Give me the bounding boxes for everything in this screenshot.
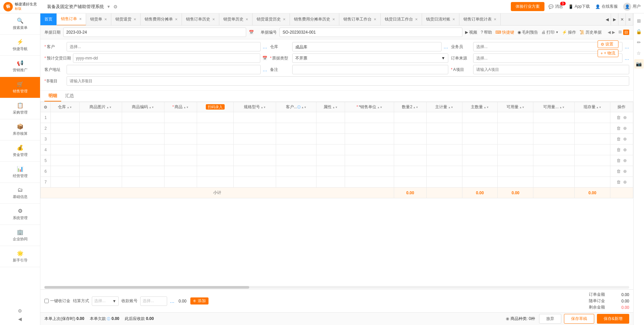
row-qty2-4[interactable] [394,145,426,155]
row-available-1[interactable] [498,112,533,123]
customer-address-input[interactable] [67,65,261,74]
th-warehouse[interactable]: 仓库▲▼ [51,102,80,112]
warehouse-expand[interactable]: … [444,44,448,49]
row-copy-3[interactable]: ⊕ [623,136,627,141]
rp-edit-icon[interactable]: ✏ [634,38,644,47]
tab-close-sales-order-hist[interactable]: ✕ [212,17,215,21]
row-copy-5[interactable]: ⊕ [623,158,627,163]
row-qty2-6[interactable] [394,166,426,177]
row-available2-1[interactable] [533,112,575,123]
th-stock[interactable]: 现存量▲▼ [575,102,610,112]
user-menu[interactable]: 👤 用户 [623,3,641,11]
row-warehouse-4[interactable] [51,145,80,155]
row-attribute-7[interactable] [316,177,345,188]
row-main-qty-5[interactable] [462,155,498,166]
row-product-code-2[interactable] [122,123,164,134]
one-click-checkbox-wrap[interactable]: 一键收订金 [44,298,70,304]
row-spec-5[interactable] [234,155,276,166]
row-customer-attr-3[interactable] [276,134,316,145]
calendar-icon[interactable]: 📅 [249,30,254,35]
row-spec-1[interactable] [234,112,276,123]
delivery-calendar-icon[interactable]: 📅 [262,56,267,60]
row-product-img-1[interactable] [79,112,122,123]
row-delete-7[interactable]: 🗑 [616,179,621,185]
nav-prev-icon[interactable]: ◀ [608,30,611,35]
tab-sales-return-hist[interactable]: 销货单历史✕ [219,13,253,26]
tab-close-sales-fee-hist[interactable]: ✕ [332,17,335,21]
sidebar-item-system[interactable]: ⚙ 系统管理 [0,204,40,225]
row-attribute-5[interactable] [316,155,345,166]
row-main-unit-3[interactable] [426,134,462,145]
row-copy-4[interactable]: ⊕ [623,147,627,152]
tab-sales-refund[interactable]: 销货退货✕ [111,13,141,26]
nav-next-icon[interactable]: ▶ [612,30,615,35]
row-available2-7[interactable] [533,177,575,188]
row-available-6[interactable] [498,166,533,177]
address-expand[interactable]: … [263,67,267,72]
row-delete-4[interactable]: 🗑 [616,147,621,152]
tab-next-btn[interactable]: ▶ [611,13,618,26]
row-qty2-7[interactable] [394,177,426,188]
th-customer-attr[interactable]: 客户...ⓘ▲▼ [276,102,316,112]
row-attribute-6[interactable] [316,166,345,177]
discard-btn[interactable]: 放弃 [539,314,561,324]
tab-sales-refund-hist[interactable]: 销货退货历史✕ [253,13,290,26]
tab-sales-stats[interactable]: 销售订单统计表✕ [459,13,501,26]
bill-no-field[interactable]: SO-20230324-001 [279,28,462,37]
tab-sales-workbench[interactable]: 销售订单工作台✕ [339,13,381,26]
tab-sales-order[interactable]: 销售订单✕ [57,13,86,26]
row-main-qty-4[interactable] [462,145,498,155]
row-product-img-7[interactable] [79,177,122,188]
row-product-1[interactable] [164,112,197,123]
staff-expand[interactable]: … [624,44,629,49]
row-available-3[interactable] [498,134,533,145]
row-product-code-3[interactable] [122,134,164,145]
row-warehouse-5[interactable] [51,155,80,166]
row-attribute-2[interactable] [316,123,345,134]
system-dropdown-icon[interactable]: ▼ [107,4,111,9]
row-available-2[interactable] [498,123,533,134]
project-a-input[interactable] [473,65,629,74]
row-main-unit-2[interactable] [426,123,462,134]
th-scan[interactable]: 扫码录入 [197,102,234,112]
row-delete-6[interactable]: 🗑 [616,169,621,174]
row-product-code-6[interactable] [122,166,164,177]
row-product-code-1[interactable] [122,112,164,123]
row-available-4[interactable] [498,145,533,155]
row-product-img-4[interactable] [79,145,122,155]
sidebar-settings-icon[interactable]: ⚙ [18,308,22,314]
sidebar-item-search[interactable]: 🔍 搜索菜单 [0,13,40,35]
row-stock-1[interactable] [575,112,610,123]
industry-btn[interactable]: 体验行业方案 [511,2,544,11]
sidebar-collapse-icon[interactable]: ◀ [18,316,22,322]
row-copy-1[interactable]: ⊕ [623,115,627,120]
row-available2-4[interactable] [533,145,575,155]
tab-sales-fee-hist[interactable]: 销售费用分摊单历史✕ [290,13,339,26]
system-settings-icon[interactable]: ⚙ [113,4,118,9]
row-qty2-5[interactable] [394,155,426,166]
row-main-qty-6[interactable] [462,166,498,177]
sidebar-item-finance[interactable]: 💰 资金管理 [0,140,40,162]
draft-btn[interactable]: 保存草稿 [564,314,594,324]
fullscreen-icon[interactable]: ⊟ [623,30,629,35]
settings-btn[interactable]: ⚙ 设置 [598,40,618,48]
row-warehouse-1[interactable] [51,112,80,123]
row-spec-3[interactable] [234,134,276,145]
row-stock-4[interactable] [575,145,610,155]
toolbar-print[interactable]: 🖨 打印 ▼ [541,30,559,35]
project-b-input[interactable] [67,76,629,86]
sidebar-item-quick-nav[interactable]: ⚡ 快捷导航 [0,35,40,56]
row-product-img-5[interactable] [79,155,122,166]
th-available2[interactable]: 可用量...▲▼ [533,102,575,112]
th-main-qty[interactable]: 主数量▲▼ [462,102,498,112]
sidebar-item-inventory[interactable]: 📦 库存核算 [0,119,40,140]
row-delete-3[interactable]: 🗑 [616,136,621,141]
row-available2-2[interactable] [533,123,575,134]
rp-scan-icon[interactable]: 📷 [634,59,644,69]
rp-grid-icon[interactable]: ⊞ [634,16,644,26]
rp-star-icon[interactable]: ☆ [634,48,644,58]
row-qty2-1[interactable] [394,112,426,123]
account-select[interactable]: 选择... [140,296,167,306]
row-available2-6[interactable] [533,166,575,177]
inner-tab-summary[interactable]: 汇总 [61,91,78,101]
